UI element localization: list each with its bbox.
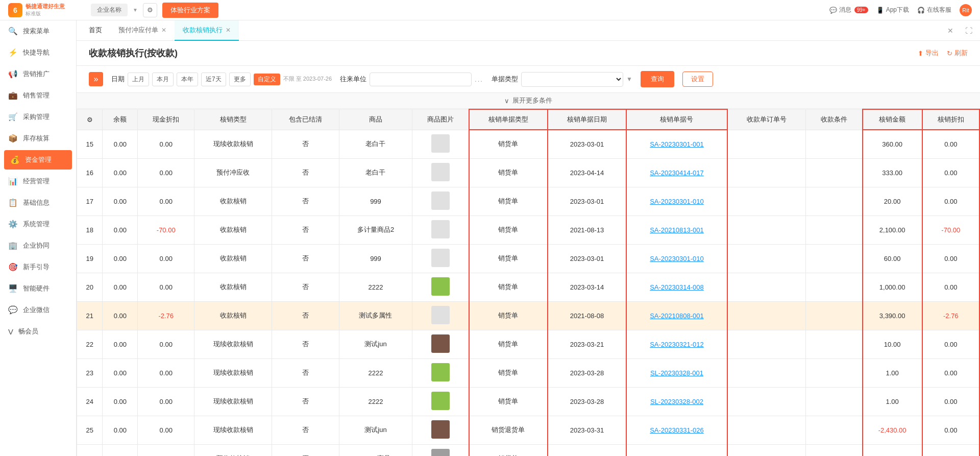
tab-prepay-close-icon[interactable]: ✕ — [161, 27, 166, 34]
messages-btn[interactable]: 💬 消息 99+ — [829, 6, 868, 14]
date-7days-btn[interactable]: 近7天 — [201, 73, 226, 86]
cell-writeoff-discount: 0.00 — [922, 444, 979, 456]
cell-goods: 999 — [339, 244, 412, 273]
cell-include-settled: 否 — [272, 187, 339, 215]
cell-writeoff-discount: 0.00 — [922, 158, 979, 187]
cell-bill-date: 2021-08-13 — [548, 215, 626, 244]
cell-goods: 123D商品 — [339, 444, 412, 456]
cell-bill-no[interactable]: SA-20230301-001 — [626, 130, 727, 158]
date-this-month-btn[interactable]: 本月 — [152, 73, 174, 86]
online-service-btn[interactable]: 🎧 在线客服 — [917, 6, 951, 14]
cell-writeoff-amount: 1,000.00 — [863, 273, 922, 301]
cell-no: 26 — [77, 444, 103, 456]
user-avatar[interactable]: Rit — [960, 4, 972, 16]
trial-button[interactable]: 体验行业方案 — [162, 3, 218, 18]
sidebar: 🔍 搜索菜单 ⚡ 快捷导航 📢 营销推广 💼 销售管理 🛒 采购管理 📦 库存核… — [0, 20, 77, 456]
cell-bill-no[interactable]: SA-20210813-001 — [626, 215, 727, 244]
filter-settings-button[interactable]: 设置 — [682, 71, 713, 87]
app-icon: 📱 — [876, 7, 884, 14]
cell-balance: 0.00 — [103, 416, 138, 444]
cell-no: 16 — [77, 158, 103, 187]
expand-more-button[interactable]: ∨ 展开更多条件 — [504, 96, 552, 105]
wechat-icon: 💬 — [8, 305, 18, 315]
refresh-button[interactable]: ↻ 刷新 — [947, 49, 968, 58]
sidebar-item-finance[interactable]: 💰 资金管理 — [4, 150, 72, 170]
sidebar-item-sales[interactable]: 💼 销售管理 — [0, 85, 76, 106]
date-this-year-btn[interactable]: 本年 — [177, 73, 198, 86]
query-button[interactable]: 查询 — [641, 71, 674, 87]
table-row: 23 0.00 0.00 现续收款核销 否 2222 销货单 2023-03-2… — [77, 358, 980, 387]
export-icon: ⬆ — [918, 50, 923, 57]
cell-writeoff-amount: 20.00 — [863, 444, 922, 456]
bill-type-filter-group: 单据类型 ▼ — [492, 72, 632, 87]
table-row: 24 0.00 0.00 现续收款核销 否 2222 销货单 2023-03-2… — [77, 387, 980, 416]
cell-bill-no[interactable]: SA-20230301-010 — [626, 244, 727, 273]
window-close-icon[interactable]: ✕ — [943, 23, 958, 38]
cell-bill-type: 销货单 — [469, 130, 548, 158]
counterpart-filter-group: 往来单位 ... — [340, 73, 483, 86]
date-custom-badge[interactable]: 自定义 — [254, 74, 280, 85]
bill-type-select[interactable] — [521, 72, 623, 87]
sidebar-item-wechat[interactable]: 💬 企业微信 — [0, 299, 76, 321]
cell-writeoff-discount: 0.00 — [922, 244, 979, 273]
table-row: 20 0.00 0.00 收款核销 否 2222 销货单 2023-03-14 … — [77, 273, 980, 301]
cell-bill-no[interactable]: SA-20230314-008 — [626, 273, 727, 301]
cell-bill-no[interactable]: ABC-001 — [626, 444, 727, 456]
cell-no: 22 — [77, 330, 103, 358]
company-selector[interactable]: 企业名称 — [91, 4, 128, 16]
company-chevron-icon[interactable]: ▼ — [133, 7, 138, 13]
sidebar-item-search[interactable]: 🔍 搜索菜单 — [0, 20, 76, 42]
cell-bill-date: 2023-03-28 — [548, 387, 626, 416]
sidebar-item-basic[interactable]: 📋 基础信息 — [0, 192, 76, 213]
tab-receipts[interactable]: 收款核销执行 ✕ — [175, 20, 239, 41]
table-row: 16 0.00 0.00 预付冲应收 否 老白干 销货单 2023-04-14 … — [77, 158, 980, 187]
sidebar-item-guide[interactable]: 🎯 新手引导 — [0, 256, 76, 278]
cell-include-settled: 否 — [272, 444, 339, 456]
cell-writeoff-type: 收款核销 — [194, 301, 272, 330]
cell-bill-no[interactable]: SA-20210808-001 — [626, 301, 727, 330]
sidebar-item-shortcut[interactable]: ⚡ 快捷导航 — [0, 42, 76, 63]
counterpart-input[interactable] — [370, 73, 472, 86]
table-area[interactable]: ⚙ 余额 现金折扣 核销类型 包含已结清 商品 商品图片 核销单据类型 核销单据… — [77, 109, 980, 456]
cell-writeoff-amount: 10.00 — [863, 330, 922, 358]
window-expand-icon[interactable]: ⛶ — [962, 23, 976, 38]
cell-bill-no[interactable]: SA-20230331-026 — [626, 416, 727, 444]
sales-icon: 💼 — [8, 91, 18, 100]
col-header-gear[interactable]: ⚙ — [77, 109, 103, 130]
sidebar-item-hardware[interactable]: 🖥️ 智能硬件 — [0, 278, 76, 299]
cell-goods: 2222 — [339, 358, 412, 387]
cell-no: 21 — [77, 301, 103, 330]
cell-bill-type: 销货单 — [469, 444, 548, 456]
cell-writeoff-discount: 0.00 — [922, 358, 979, 387]
sidebar-item-enterprise[interactable]: 🏢 企业协同 — [0, 235, 76, 256]
cell-bill-no[interactable]: SA-20230414-017 — [626, 158, 727, 187]
date-last-month-btn[interactable]: 上月 — [128, 73, 149, 86]
sidebar-item-purchase[interactable]: 🛒 采购管理 — [0, 106, 76, 128]
cell-bill-no[interactable]: SL-20230328-001 — [626, 358, 727, 387]
cell-include-settled: 否 — [272, 387, 339, 416]
sidebar-item-marketing[interactable]: 📢 营销推广 — [0, 63, 76, 85]
messages-badge: 99+ — [854, 7, 868, 13]
tab-home[interactable]: 首页 — [81, 20, 110, 41]
app-download-btn[interactable]: 📱 App下载 — [876, 6, 909, 14]
cell-balance: 0.00 — [103, 215, 138, 244]
date-more-btn[interactable]: 更多 — [229, 73, 251, 86]
cell-bill-no[interactable]: SL-20230328-002 — [626, 387, 727, 416]
tab-prepay[interactable]: 预付冲应付单 ✕ — [110, 20, 175, 41]
sidebar-item-system[interactable]: ⚙️ 系统管理 — [0, 213, 76, 235]
cell-receipt-order-no — [727, 187, 805, 215]
export-button[interactable]: ⬆ 导出 — [918, 49, 939, 58]
filter-expand-button[interactable]: » — [89, 72, 103, 86]
cell-writeoff-type: 预付冲应收 — [194, 158, 272, 187]
settings-icon[interactable]: ⚙ — [143, 3, 157, 17]
cell-cash-discount: 0.00 — [138, 187, 194, 215]
basic-icon: 📋 — [8, 198, 18, 207]
sidebar-item-inventory[interactable]: 📦 库存核算 — [0, 128, 76, 149]
col-header-goods-image: 商品图片 — [412, 109, 469, 130]
cell-bill-no[interactable]: SA-20230301-010 — [626, 187, 727, 215]
sidebar-item-operation[interactable]: 📊 经营管理 — [0, 171, 76, 192]
sidebar-item-member[interactable]: V 畅会员 — [0, 321, 76, 342]
tab-receipts-close-icon[interactable]: ✕ — [226, 27, 231, 34]
cell-include-settled: 否 — [272, 416, 339, 444]
cell-bill-no[interactable]: SA-20230321-012 — [626, 330, 727, 358]
